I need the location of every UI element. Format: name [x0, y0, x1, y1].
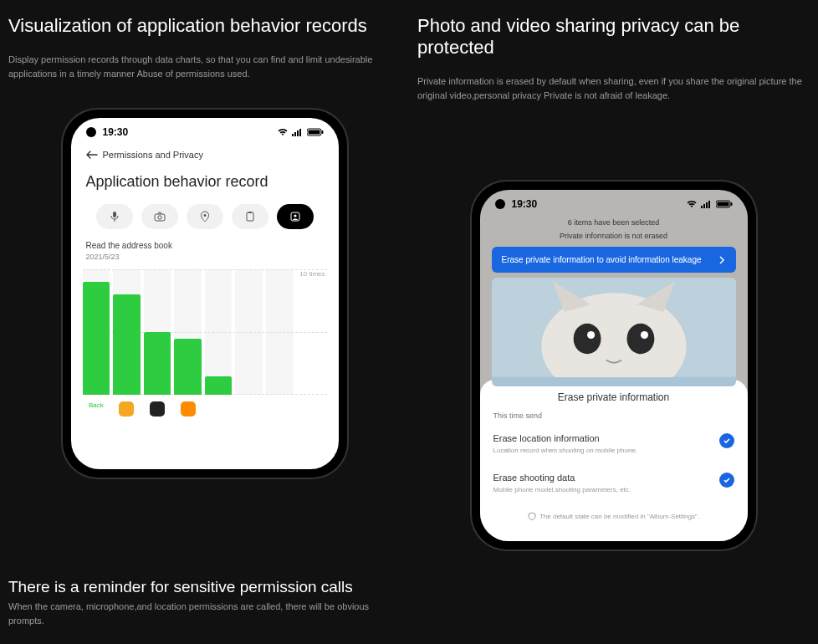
- svg-rect-2: [297, 130, 299, 136]
- svg-rect-1: [294, 132, 296, 136]
- camera-punch-hole: [86, 127, 96, 137]
- camera-icon: [154, 211, 166, 222]
- signal-icon: [292, 128, 304, 136]
- chart-bar: [205, 376, 233, 396]
- battery-icon: [716, 200, 733, 208]
- privacy-banner-text: Erase private information to avoid infor…: [502, 255, 702, 264]
- svg-point-24: [573, 324, 601, 355]
- chart-bar: [174, 339, 202, 396]
- status-icons: [686, 200, 733, 208]
- preview-image: [492, 278, 736, 386]
- right-section-desc: Private information is erased by default…: [417, 74, 810, 102]
- app-icon-6: [235, 401, 263, 417]
- left-column: Visualization of application behavior re…: [8, 8, 401, 636]
- wifi-icon: [277, 128, 289, 136]
- location-icon: [199, 211, 211, 222]
- app-icon-3[interactable]: [144, 401, 171, 417]
- camera-punch-hole: [495, 199, 505, 209]
- mic-icon: [109, 211, 120, 222]
- app-icon-2[interactable]: [113, 401, 141, 417]
- category-contacts[interactable]: [277, 204, 314, 229]
- svg-rect-16: [703, 204, 705, 208]
- check-icon: [719, 433, 734, 448]
- svg-point-14: [294, 214, 296, 217]
- left-section-desc: Display permission records through data …: [8, 53, 401, 80]
- svg-point-25: [626, 324, 654, 355]
- chevron-right-icon: [718, 256, 726, 264]
- left-footer-block: There is a reminder for sensitive permis…: [8, 571, 401, 636]
- app-icon-7: [266, 401, 294, 417]
- erase-location-label: Erase location information: [493, 433, 638, 443]
- svg-rect-21: [730, 202, 732, 206]
- status-time: 19:30: [103, 126, 129, 138]
- clipboard-icon: [244, 211, 256, 222]
- selected-count: 6 items have been selected: [480, 215, 748, 228]
- signal-icon: [701, 200, 713, 208]
- app-icon-4[interactable]: [174, 401, 202, 417]
- svg-rect-3: [299, 129, 301, 136]
- svg-rect-7: [113, 212, 116, 217]
- phone-mockup-privacy: 19:30 6 items have been selected Private…: [472, 181, 756, 549]
- check-icon: [719, 473, 734, 488]
- svg-point-26: [587, 331, 595, 339]
- phone-mockup-behavior: 19:30 Permissions and Privacy Applicatio…: [63, 110, 347, 478]
- category-camera[interactable]: [141, 204, 178, 229]
- svg-point-10: [203, 214, 206, 217]
- svg-rect-20: [717, 202, 729, 207]
- battery-icon: [307, 128, 324, 136]
- chart-meta: Read the address book 2021/5/23: [71, 238, 339, 263]
- status-bar-right: 19:30: [480, 190, 748, 215]
- left-section-title: Visualization of application behavior re…: [8, 15, 401, 37]
- svg-point-9: [157, 216, 161, 219]
- bar-chart: 10 times: [83, 269, 327, 395]
- sheet-footer-text: The default state can be modified in "Al…: [539, 513, 699, 520]
- nav-back-label: Permissions and Privacy: [103, 150, 203, 160]
- svg-rect-18: [708, 201, 710, 208]
- svg-rect-11: [247, 212, 253, 221]
- contacts-icon: [289, 211, 301, 222]
- erase-shooting-hint: Mobile phone model,shooting parameters, …: [493, 486, 631, 493]
- svg-rect-6: [321, 130, 323, 134]
- sheet-subtitle: This time send: [493, 411, 734, 420]
- chart-bar: [83, 282, 110, 395]
- category-clipboard[interactable]: [232, 204, 268, 229]
- chart-date: 2021/5/23: [86, 253, 324, 261]
- erase-sheet: Erase private information This time send…: [480, 380, 748, 541]
- erase-shooting-label: Erase shooting data: [493, 473, 631, 483]
- svg-rect-8: [155, 214, 165, 221]
- svg-point-27: [640, 331, 647, 339]
- right-column: Photo and video sharing privacy can be p…: [417, 8, 810, 636]
- left-footer-title: There is a reminder for sensitive permis…: [8, 578, 401, 596]
- nav-back[interactable]: Permissions and Privacy: [71, 143, 339, 166]
- chart-bar: [113, 294, 141, 395]
- category-location[interactable]: [187, 204, 223, 229]
- shield-icon: [528, 512, 536, 520]
- sheet-title: Erase private information: [493, 391, 734, 403]
- sheet-footer: The default state can be modified in "Al…: [493, 512, 734, 520]
- app-icon-back[interactable]: Back: [83, 401, 110, 417]
- chart-bars: [83, 269, 294, 395]
- app-icons-row: Back: [71, 398, 339, 427]
- svg-rect-12: [248, 212, 252, 213]
- erase-status: Private information is not erased: [480, 228, 748, 242]
- left-footer-desc: When the camera, microphone,and location…: [8, 600, 401, 627]
- app-icon-back-label: Back: [89, 401, 104, 409]
- svg-rect-15: [701, 206, 703, 208]
- erase-location-row[interactable]: Erase location information Location reco…: [493, 428, 734, 459]
- svg-rect-0: [292, 134, 294, 136]
- category-mic[interactable]: [96, 204, 133, 229]
- status-time: 19:30: [512, 198, 538, 210]
- wifi-icon: [686, 200, 698, 208]
- svg-rect-5: [308, 130, 320, 135]
- erase-shooting-row[interactable]: Erase shooting data Mobile phone model,s…: [493, 468, 734, 498]
- erase-location-hint: Location record when shooting on mobile …: [493, 447, 638, 454]
- back-arrow-icon: [86, 151, 98, 159]
- status-bar: 19:30: [71, 118, 339, 143]
- right-section-title: Photo and video sharing privacy can be p…: [417, 15, 810, 59]
- category-row: [71, 201, 339, 238]
- privacy-banner[interactable]: Erase private information to avoid infor…: [492, 247, 736, 273]
- chart-title: Read the address book: [86, 241, 324, 250]
- app-icon-5: [205, 401, 233, 417]
- status-icons: [277, 128, 324, 136]
- svg-rect-17: [706, 202, 708, 208]
